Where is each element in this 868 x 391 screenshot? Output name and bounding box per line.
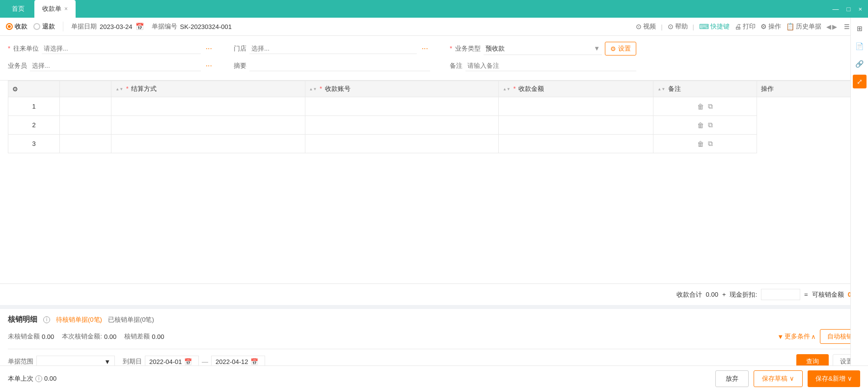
filter-doc-range-arrow: ▼ <box>104 358 110 365</box>
maximize-icon[interactable]: □ <box>845 4 853 14</box>
store-more-btn[interactable]: ··· <box>420 44 430 53</box>
tab-home[interactable]: 首页 <box>4 0 32 18</box>
settings-gear-icon: ⚙ <box>610 45 616 53</box>
sort-settle-icon: ▲▼ <box>115 87 123 91</box>
nav-right-icon[interactable]: ▶ <box>832 23 837 30</box>
shortcut-label: 快捷键 <box>710 22 730 31</box>
biz-type-settings-btn[interactable]: ⚙ 设置 <box>605 42 636 56</box>
remark-input[interactable] <box>465 60 636 71</box>
salesperson-input[interactable] <box>30 60 201 71</box>
row-3-settle[interactable] <box>60 135 111 153</box>
th-note-label: 备注 <box>668 85 681 92</box>
th-gear[interactable]: ⚙ <box>8 81 60 97</box>
counterparty-input[interactable] <box>42 43 201 54</box>
more-conditions-btn[interactable]: ▼ 更多条件 ∧ <box>777 332 816 341</box>
nav-arrows[interactable]: ◀ ▶ <box>826 23 837 30</box>
gear-icon: ⚙ <box>12 85 18 93</box>
top-toolbar: 收款 退款 单据日期 2023-03-24 📅 单据编号 SK-20230324… <box>0 18 868 36</box>
row-1-note[interactable] <box>498 97 653 116</box>
footer-buttons: 放弃 保存草稿 ∨ 保存&新增 ∨ <box>715 370 860 387</box>
row-1-account[interactable] <box>111 97 305 116</box>
verify-info-icon[interactable]: i <box>43 316 50 323</box>
operation-btn[interactable]: ⚙ 操作 <box>760 22 781 31</box>
history-btn[interactable]: 📋 历史单据 <box>786 22 821 31</box>
row-3-account[interactable] <box>111 135 305 153</box>
row-3-copy-icon[interactable]: ⧉ <box>707 139 714 149</box>
th-amount-label: 收款金额 <box>518 85 544 92</box>
store-input[interactable] <box>249 43 417 54</box>
row-3-op-btns: 🗑 ⧉ <box>657 139 752 149</box>
verify-header: 核销明细 i 待核销单据(0笔) 已核销单据(0笔) <box>8 315 860 324</box>
doc-date-label: 单据日期 <box>71 22 97 31</box>
radio-receipt[interactable]: 收款 <box>6 22 27 31</box>
row-2-idx: 2 <box>8 116 60 135</box>
sidebar-link-icon[interactable]: 🔗 <box>853 57 867 71</box>
form-area: * 往来单位 ··· 门店 ··· * 业务类型 预收款 ▼ <box>0 36 868 81</box>
window-close-icon[interactable]: × <box>856 4 864 14</box>
shortcut-btn[interactable]: ⌨ 快捷键 <box>699 22 730 31</box>
help-btn[interactable]: ⊙ 帮助 <box>668 22 688 31</box>
row-2-copy-icon[interactable]: ⧉ <box>707 120 714 130</box>
remark-label: 备注 <box>450 61 462 70</box>
row-1-settle[interactable] <box>60 97 111 116</box>
required-star-2: * <box>450 45 452 52</box>
store-field: 门店 ··· <box>234 43 430 54</box>
video-btn[interactable]: ⊙ 视频 <box>636 22 656 31</box>
biz-type-field: * 业务类型 预收款 ▼ ⚙ 设置 <box>450 42 636 56</box>
tab-bar: 首页 收款单 × — □ × <box>0 0 868 18</box>
save-new-btn[interactable]: 保存&新增 ∨ <box>808 370 860 387</box>
save-draft-btn[interactable]: 保存草稿 ∨ <box>754 370 803 387</box>
shortcut-icon: ⌨ <box>699 23 709 30</box>
tab-active[interactable]: 收款单 × <box>34 0 76 18</box>
row-2-delete-icon[interactable]: 🗑 <box>696 120 705 130</box>
table-row: 2 🗑 ⧉ <box>8 116 860 135</box>
row-1-amount[interactable] <box>305 97 498 116</box>
row-1-copy-icon[interactable]: ⧉ <box>707 101 714 112</box>
main-table-area: ⚙ ▲▼ * 结算方式 ▲▼ * 收款账号 ▲▼ * <box>0 81 868 283</box>
discount-input[interactable] <box>761 289 800 300</box>
calendar-icon[interactable]: 📅 <box>136 23 144 30</box>
verify-right: ▼ 更多条件 ∧ 自动核销 <box>777 329 860 344</box>
sidebar-expand-icon[interactable]: ⤢ <box>853 75 867 88</box>
nav-left-icon[interactable]: ◀ <box>826 23 831 30</box>
sidebar-doc-icon[interactable]: 📄 <box>853 39 867 53</box>
footer-limit-info-icon[interactable]: i <box>35 375 42 382</box>
doc-no-field: 单据编号 SK-20230324-001 <box>152 22 232 31</box>
row-2-settle[interactable] <box>60 116 111 135</box>
query-btn-label: 查询 <box>806 358 819 365</box>
verify-pending-tab[interactable]: 待核销单据(0笔) <box>56 315 102 324</box>
row-2-amount[interactable] <box>305 116 498 135</box>
print-icon: 🖨 <box>734 23 741 30</box>
minimize-icon[interactable]: — <box>831 4 841 14</box>
sort-account-icon: ▲▼ <box>309 87 317 91</box>
operation-label: 操作 <box>768 22 781 31</box>
this-verify-value: 0.00 <box>104 333 116 340</box>
doc-no-value: SK-20230324-001 <box>180 23 232 30</box>
biz-type-select[interactable]: 预收款 ▼ <box>484 43 602 55</box>
tab-close-icon[interactable]: × <box>64 5 68 12</box>
row-1-delete-icon[interactable]: 🗑 <box>696 102 705 112</box>
counterparty-more-btn[interactable]: ··· <box>204 44 214 53</box>
row-2-account[interactable] <box>111 116 305 135</box>
radio-refund-circle <box>33 23 40 30</box>
row-1-op-btns: 🗑 ⧉ <box>657 101 752 112</box>
remark-field: 备注 <box>450 60 636 71</box>
sidebar-table-icon[interactable]: ⊞ <box>853 22 867 35</box>
summary-input[interactable] <box>249 60 430 71</box>
radio-refund[interactable]: 退款 <box>33 22 55 31</box>
row-2-note[interactable] <box>498 116 653 135</box>
salesperson-label: 业务员 <box>8 61 27 70</box>
verify-done-tab[interactable]: 已核销单据(0笔) <box>108 315 154 324</box>
print-btn[interactable]: 🖨 打印 <box>734 22 756 31</box>
doc-no-label: 单据编号 <box>152 22 177 31</box>
sort-amount-icon: ▲▼ <box>503 87 511 91</box>
row-3-delete-icon[interactable]: 🗑 <box>696 139 705 149</box>
row-3-amount[interactable] <box>305 135 498 153</box>
table-row: 1 🗑 ⧉ <box>8 97 860 116</box>
sort-note-icon: ▲▼ <box>657 87 665 91</box>
salesperson-more-btn[interactable]: ··· <box>204 61 214 70</box>
filter-due-date-label: 到期日 <box>123 357 142 366</box>
save-new-chevron-icon: ∨ <box>847 375 852 382</box>
abandon-btn[interactable]: 放弃 <box>715 370 749 387</box>
row-3-note[interactable] <box>498 135 653 153</box>
